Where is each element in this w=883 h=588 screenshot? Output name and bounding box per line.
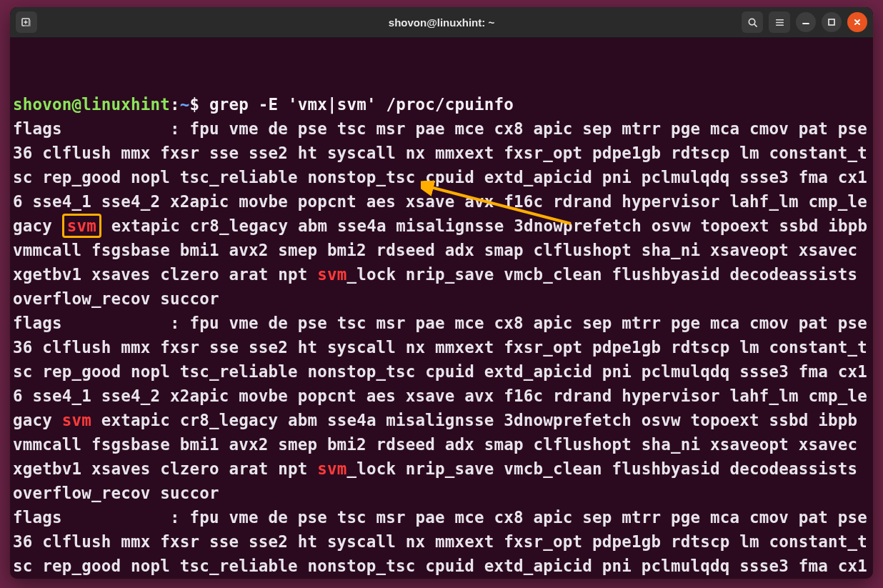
svm-highlight: svm (62, 411, 91, 429)
flags-label: flags (13, 508, 62, 527)
minimize-icon (801, 17, 811, 27)
flags-label: flags (13, 314, 62, 332)
search-button[interactable] (742, 11, 763, 33)
svg-rect-2 (829, 19, 834, 25)
svm-highlight: svm (317, 459, 346, 478)
svm-highlight: svm (317, 265, 346, 284)
prompt-user-host: shovon@linuxhint (13, 95, 170, 114)
new-tab-icon (21, 16, 32, 28)
maximize-icon (827, 17, 837, 27)
flags-label: flags (13, 119, 62, 138)
minimize-button[interactable] (796, 12, 816, 32)
svm-highlight-boxed: svm (62, 214, 101, 238)
maximize-button[interactable] (822, 12, 842, 32)
prompt-path: ~ (180, 95, 190, 114)
new-tab-button[interactable] (16, 11, 37, 33)
svg-point-1 (749, 19, 754, 24)
terminal-window: shovon@linuxhint: ~ (10, 7, 873, 579)
command-text: grep -E 'vmx|svm' /proc/cpuinfo (209, 95, 514, 114)
hamburger-menu-icon (774, 17, 785, 28)
menu-button[interactable] (769, 11, 790, 33)
titlebar: shovon@linuxhint: ~ (10, 7, 873, 38)
terminal-body[interactable]: shovon@linuxhint:~$ grep -E 'vmx|svm' /p… (10, 38, 873, 579)
close-button[interactable] (847, 12, 867, 32)
search-icon (747, 17, 758, 28)
prompt-dollar: $ (189, 95, 199, 114)
prompt-colon: : (170, 95, 180, 114)
close-icon (852, 17, 862, 27)
terminal-output: shovon@linuxhint:~$ grep -E 'vmx|svm' /p… (10, 92, 873, 579)
